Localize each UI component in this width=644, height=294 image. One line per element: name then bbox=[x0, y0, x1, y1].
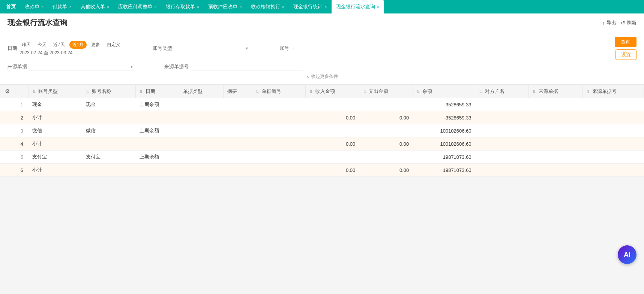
th-income[interactable]: ⇅ 收入金额 bbox=[305, 85, 359, 98]
cell-checkbox bbox=[0, 137, 15, 151]
tab-close-8[interactable]: × bbox=[377, 4, 379, 9]
cell-doc-type bbox=[179, 124, 224, 137]
source-doc-no-label: 来源单据号 bbox=[164, 63, 189, 70]
cell-account-name bbox=[82, 111, 136, 124]
nav-tab-3[interactable]: 应收应付调整单 × bbox=[114, 0, 161, 13]
refresh-button[interactable]: ↺ 刷新 bbox=[621, 19, 636, 26]
source-doc-no-input[interactable] bbox=[191, 63, 303, 70]
cell-summary bbox=[224, 98, 252, 111]
cell-source-doc-no bbox=[582, 124, 644, 137]
tab-close-3[interactable]: × bbox=[154, 4, 156, 9]
cell-account-type: 小计 bbox=[29, 137, 82, 151]
th-source-doc[interactable]: ⇅ 来源单据 bbox=[529, 85, 582, 98]
settings-button[interactable]: 设置 bbox=[615, 49, 636, 60]
filter-row-1: 日期 昨天 今天 近7天 近1月 更多 自定义 2023-02-24 至 202… bbox=[8, 37, 636, 60]
th-doc-no[interactable]: ⇅ 单据编号 bbox=[252, 85, 305, 98]
tab-close-4[interactable]: × bbox=[197, 4, 199, 9]
nav-tab-1[interactable]: 付款单 × bbox=[48, 0, 76, 13]
sort-icon-source-doc: ⇅ bbox=[533, 90, 536, 94]
cell-date: 上期余额 bbox=[136, 98, 179, 111]
cell-summary bbox=[224, 151, 252, 164]
cell-date: 上期余额 bbox=[136, 124, 179, 137]
tab-close-6[interactable]: × bbox=[282, 4, 284, 9]
nav-tab-6[interactable]: 收款核销执行 × bbox=[246, 0, 289, 13]
th-summary: 摘要 bbox=[224, 85, 252, 98]
cell-balance: -3528659.33 bbox=[413, 98, 475, 111]
cell-date bbox=[136, 111, 179, 124]
account-more-icon[interactable]: ··· bbox=[291, 46, 296, 51]
cell-expense bbox=[359, 98, 413, 111]
tab-close-5[interactable]: × bbox=[239, 4, 242, 9]
sort-icon-account-type: ⇅ bbox=[33, 90, 36, 94]
cell-counterparty bbox=[475, 164, 529, 177]
th-source-doc-no[interactable]: ⇅ 来源单据号 bbox=[582, 85, 644, 98]
cell-index: 5 bbox=[15, 151, 29, 164]
nav-tab-2[interactable]: 其他收入单 × bbox=[76, 0, 114, 13]
cell-doc-no bbox=[252, 137, 305, 151]
nav-tab-8[interactable]: 现金银行流水查询 × bbox=[332, 0, 384, 13]
date-opt-7days[interactable]: 近7天 bbox=[51, 41, 67, 49]
filter-area: 日期 昨天 今天 近7天 近1月 更多 自定义 2023-02-24 至 202… bbox=[0, 32, 644, 85]
top-nav: 首页 收款单 × 付款单 × 其他收入单 × 应收应付调整单 × 银行存取款单 … bbox=[0, 0, 644, 13]
date-label: 日期 bbox=[8, 45, 17, 52]
refresh-label: 刷新 bbox=[627, 19, 636, 26]
nav-tab-5[interactable]: 预收冲应收单 × bbox=[204, 0, 246, 13]
th-counterparty[interactable]: ⇅ 对方户名 bbox=[475, 85, 529, 98]
cell-doc-type bbox=[179, 98, 224, 111]
cell-doc-no bbox=[252, 98, 305, 111]
table-row: 1现金现金上期余额-3528659.33 bbox=[0, 98, 644, 111]
cell-balance: -3528659.33 bbox=[413, 111, 475, 124]
th-account-type[interactable]: ⇅ 账号类型 bbox=[29, 85, 82, 98]
sort-icon-source-doc-no: ⇅ bbox=[586, 90, 589, 94]
tab-close-0[interactable]: × bbox=[41, 4, 44, 9]
table-row: 3微信微信上期余额100102606.60 bbox=[0, 124, 644, 137]
table-settings-icon[interactable]: ⚙ bbox=[5, 88, 10, 94]
date-opt-yesterday[interactable]: 昨天 bbox=[20, 41, 33, 49]
nav-tab-4[interactable]: 银行存取款单 × bbox=[161, 0, 204, 13]
nav-tab-0[interactable]: 收款单 × bbox=[20, 0, 48, 13]
th-settings: ⚙ bbox=[0, 85, 15, 98]
account-label: 账号 bbox=[279, 45, 289, 52]
cell-date bbox=[136, 164, 179, 177]
page-header: 现金银行流水查询 ↑ 导出 ↺ 刷新 bbox=[0, 13, 644, 32]
source-doc-select[interactable] bbox=[29, 63, 134, 70]
cell-doc-type bbox=[179, 164, 224, 177]
cell-index: 4 bbox=[15, 137, 29, 151]
cell-counterparty bbox=[475, 151, 529, 164]
th-account-name[interactable]: ⇅ 账号名称 bbox=[82, 85, 136, 98]
cell-expense bbox=[359, 151, 413, 164]
cell-expense: 0.00 bbox=[359, 137, 413, 151]
tab-close-1[interactable]: × bbox=[69, 4, 71, 9]
export-button[interactable]: ↑ 导出 bbox=[602, 19, 616, 26]
date-opt-more[interactable]: 更多 bbox=[89, 41, 102, 49]
cell-account-name: 微信 bbox=[82, 124, 136, 137]
date-opt-today[interactable]: 今天 bbox=[35, 41, 49, 49]
nav-home[interactable]: 首页 bbox=[2, 0, 20, 13]
nav-tab-7[interactable]: 现金银行统计 × bbox=[289, 0, 331, 13]
source-doc-no-filter: 来源单据号 bbox=[164, 63, 303, 70]
cell-source-doc bbox=[529, 164, 582, 177]
cell-source-doc-no bbox=[582, 98, 644, 111]
collapse-button[interactable]: ∧ 收起更多条件 bbox=[306, 73, 338, 80]
cell-source-doc-no bbox=[582, 151, 644, 164]
action-buttons: 查询 设置 bbox=[615, 37, 636, 60]
data-table: ⚙ ⇅ 账号类型 ⇅ 账号名称 ⇅ 日期 单据类型 bbox=[0, 85, 644, 177]
date-opt-custom[interactable]: 自定义 bbox=[105, 41, 123, 49]
cell-expense bbox=[359, 124, 413, 137]
cell-doc-no bbox=[252, 151, 305, 164]
cell-balance: 100102606.60 bbox=[413, 124, 475, 137]
cell-account-name: 支付宝 bbox=[82, 151, 136, 164]
query-button[interactable]: 查询 bbox=[615, 37, 636, 47]
th-expense[interactable]: ⇅ 支出金额 bbox=[359, 85, 413, 98]
account-type-select[interactable]: 现金 微信 支付宝 bbox=[174, 45, 242, 52]
th-balance[interactable]: ⇅ 余额 bbox=[413, 85, 475, 98]
tab-label-3: 应收应付调整单 bbox=[118, 3, 152, 10]
th-date[interactable]: ⇅ 日期 bbox=[136, 85, 179, 98]
cell-doc-no bbox=[252, 111, 305, 124]
header-actions: ↑ 导出 ↺ 刷新 bbox=[602, 19, 636, 26]
tab-close-2[interactable]: × bbox=[107, 4, 109, 9]
date-opt-1month[interactable]: 近1月 bbox=[69, 41, 87, 49]
tab-close-7[interactable]: × bbox=[324, 4, 327, 9]
collapse-bar: ∧ 收起更多条件 bbox=[8, 73, 636, 80]
cell-doc-type bbox=[179, 111, 224, 124]
